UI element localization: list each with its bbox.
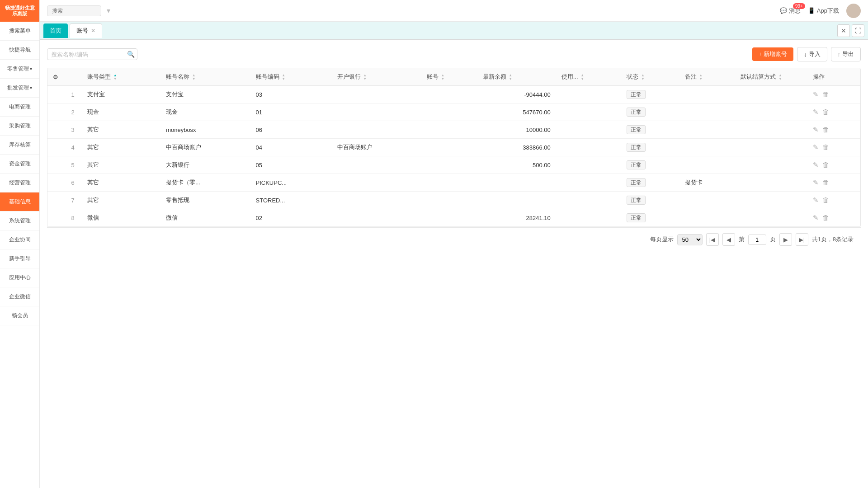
edit-icon[interactable]: ✎ xyxy=(813,90,819,99)
logo: 畅捷通好生意 乐惠版 xyxy=(0,0,39,22)
message-badge: 99+ xyxy=(793,3,805,9)
edit-icon[interactable]: ✎ xyxy=(813,143,819,151)
sidebar-item-capital-mgmt[interactable]: 资金管理 xyxy=(0,155,39,174)
page-number-input[interactable] xyxy=(748,235,766,245)
row-actions: ✎ 🗑 xyxy=(807,174,860,192)
edit-icon[interactable]: ✎ xyxy=(813,126,819,134)
sidebar-item-wholesale-mgmt[interactable]: 批发管理▾ xyxy=(0,79,39,98)
delete-icon[interactable]: 🗑 xyxy=(822,161,829,169)
page-next-button[interactable]: ▶ xyxy=(779,233,792,246)
sidebar-item-newbie-guide[interactable]: 新手引导 xyxy=(0,249,39,268)
delete-icon[interactable]: 🗑 xyxy=(822,196,829,204)
message-button[interactable]: 💬 消息 99+ xyxy=(780,7,801,15)
edit-icon[interactable]: ✎ xyxy=(813,178,819,187)
col-default-settle[interactable]: 默认结算方式 ▲▼ xyxy=(735,68,807,86)
edit-icon[interactable]: ✎ xyxy=(813,196,819,204)
delete-icon[interactable]: 🗑 xyxy=(822,126,829,134)
row-status: 正常 xyxy=(621,192,679,209)
edit-icon[interactable]: ✎ xyxy=(813,108,819,116)
row-usage xyxy=(556,121,622,139)
sidebar-item-basic-info[interactable]: 基础信息 xyxy=(0,192,39,211)
row-remark xyxy=(679,192,736,209)
table-row: 2 现金 现金 01 547670.00 正常 ✎ 🗑 xyxy=(47,103,860,121)
topbar: ▾ 💬 消息 99+ 📱 App下载 xyxy=(40,0,868,22)
export-label: 导出 xyxy=(842,50,854,58)
sidebar-item-enterprise-agreement[interactable]: 企业协同 xyxy=(0,230,39,249)
col-usage[interactable]: 使用... ▲▼ xyxy=(556,68,622,86)
tab-accounts[interactable]: 账号 ✕ xyxy=(70,23,102,38)
tab-maximize-button[interactable]: ⛶ xyxy=(852,24,864,37)
row-default-settle xyxy=(735,139,807,156)
page-last-button[interactable]: ▶| xyxy=(796,233,808,246)
col-settings[interactable]: ⚙ xyxy=(47,68,64,86)
sidebar-item-retail-mgmt[interactable]: 零售管理▾ xyxy=(0,60,39,79)
col-name[interactable]: 账号名称 ▲▼ xyxy=(160,68,250,86)
delete-icon[interactable]: 🗑 xyxy=(822,90,829,99)
col-type[interactable]: 账号类型 ▲▼ xyxy=(82,68,160,86)
search-input[interactable] xyxy=(51,51,127,58)
delete-icon[interactable]: 🗑 xyxy=(822,143,829,151)
user-avatar[interactable] xyxy=(846,4,861,18)
search-icon[interactable]: 🔍 xyxy=(127,51,135,58)
sidebar-item-ecommerce-mgmt[interactable]: 电商管理 xyxy=(0,98,39,117)
import-button[interactable]: ↓ 导入 xyxy=(797,47,827,61)
delete-icon[interactable]: 🗑 xyxy=(822,108,829,116)
table-row: 4 其它 中百商场账户 04 中百商场账户 383866.00 正常 ✎ 🗑 xyxy=(47,139,860,156)
edit-icon[interactable]: ✎ xyxy=(813,161,819,169)
row-bank xyxy=(332,86,421,103)
col-balance[interactable]: 最新余额 ▲▼ xyxy=(477,68,556,86)
row-settings xyxy=(47,209,64,227)
add-account-button[interactable]: + 新增账号 xyxy=(752,47,793,61)
sidebar-item-search-menu[interactable]: 搜索菜单 xyxy=(0,22,39,41)
row-code: 04 xyxy=(250,139,332,156)
row-code: 06 xyxy=(250,121,332,139)
row-settings xyxy=(47,86,64,103)
row-usage xyxy=(556,174,622,192)
col-remark[interactable]: 备注 ▲▼ xyxy=(679,68,736,86)
sidebar-item-purchase-mgmt[interactable]: 采购管理 xyxy=(0,117,39,136)
row-balance: 383866.00 xyxy=(477,139,556,156)
row-name: 大新银行 xyxy=(160,156,250,174)
row-bank xyxy=(332,103,421,121)
sidebar-item-system-mgmt[interactable]: 系统管理 xyxy=(0,211,39,230)
arrow-icon: ▾ xyxy=(30,85,32,90)
sort-name-icon: ▲▼ xyxy=(192,74,196,81)
row-usage xyxy=(556,156,622,174)
toolbar-right: + 新增账号 ↓ 导入 ↑ 导出 xyxy=(752,47,861,61)
row-status: 正常 xyxy=(621,209,679,227)
row-actions: ✎ 🗑 xyxy=(807,121,860,139)
sidebar-item-vip-member[interactable]: 畅会员 xyxy=(0,306,39,325)
delete-icon[interactable]: 🗑 xyxy=(822,178,829,187)
col-status[interactable]: 状态 ▲▼ xyxy=(621,68,679,86)
row-balance: 500.00 xyxy=(477,156,556,174)
sidebar-item-enterprise-wechat[interactable]: 企业微信 xyxy=(0,287,39,306)
row-name: 中百商场账户 xyxy=(160,139,250,156)
tab-home[interactable]: 首页 xyxy=(43,23,68,38)
col-account[interactable]: 账号 ▲▼ xyxy=(421,68,477,86)
page-size-select[interactable]: 50 100 200 xyxy=(677,234,703,245)
tab-close-icon[interactable]: ✕ xyxy=(91,28,95,34)
edit-icon[interactable]: ✎ xyxy=(813,214,819,222)
tab-close-all-button[interactable]: ✕ xyxy=(837,24,850,37)
sort-remark-icon: ▲▼ xyxy=(699,74,703,81)
arrow-icon: ▾ xyxy=(30,66,32,71)
row-settings xyxy=(47,139,64,156)
topbar-search-input[interactable] xyxy=(47,5,101,16)
row-type: 其它 xyxy=(82,121,160,139)
col-bank[interactable]: 开户银行 ▲▼ xyxy=(332,68,421,86)
tabbar: 首页 账号 ✕ ✕ ⛶ xyxy=(40,22,868,40)
export-button[interactable]: ↑ 导出 xyxy=(831,47,861,61)
sidebar-item-app-center[interactable]: 应用中心 xyxy=(0,268,39,287)
page-first-button[interactable]: |◀ xyxy=(706,233,719,246)
sidebar-item-quick-nav[interactable]: 快捷导航 xyxy=(0,41,39,60)
page-prev-button[interactable]: ◀ xyxy=(722,233,735,246)
app-download-button[interactable]: 📱 App下载 xyxy=(808,7,839,15)
delete-icon[interactable]: 🗑 xyxy=(822,214,829,222)
row-bank xyxy=(332,156,421,174)
topbar-dropdown-icon[interactable]: ▾ xyxy=(107,6,110,15)
page-label: 第 xyxy=(739,235,745,244)
table-row: 7 其它 零售抵现 STORED... 正常 ✎ 🗑 xyxy=(47,192,860,209)
sidebar-item-inventory[interactable]: 库存核算 xyxy=(0,136,39,155)
sidebar-item-operations-mgmt[interactable]: 经营管理 xyxy=(0,174,39,192)
col-code[interactable]: 账号编码 ▲▼ xyxy=(250,68,332,86)
